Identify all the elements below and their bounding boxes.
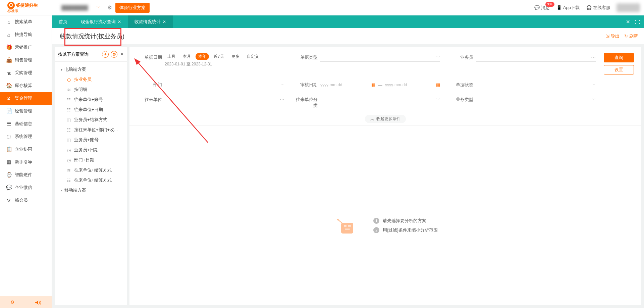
tab-1[interactable]: 现金银行流水查询✕	[74, 15, 128, 28]
nav-icon: ☰	[6, 121, 11, 127]
org-selector[interactable]: ████████	[56, 5, 93, 10]
settings-button[interactable]: 设置	[604, 65, 634, 74]
export-button[interactable]: ⇲导出	[606, 33, 620, 39]
svg-rect-0	[341, 223, 353, 234]
support-button[interactable]: 🎧 在线客服	[586, 5, 610, 11]
scheme-item-0-10[interactable]: ☷往来单位+结算方式	[55, 175, 127, 185]
brand-block: 畅捷通好生 标准版	[4, 2, 56, 13]
biz-type-select[interactable]: ﹀	[476, 95, 596, 104]
collapse-filters-button[interactable]: ︽ 收起更多条件	[365, 115, 406, 123]
nav-icon: 📋	[6, 146, 11, 152]
scheme-item-0-1[interactable]: ≋按明细	[55, 85, 127, 95]
chevron-down-icon[interactable]: ﹀	[97, 5, 101, 10]
scheme-tree: ▾电脑端方案◷按业务员≋按明细☷往来单位+账号☷往来单位+日期◫业务员+结算方式…	[55, 62, 127, 198]
doc-type-select[interactable]: ﹀	[320, 53, 440, 62]
scheme-item-label: 按明细	[74, 87, 87, 93]
sidebar-item-8[interactable]: ☰基础信息	[0, 117, 52, 130]
headset-icon: 🎧	[586, 5, 592, 10]
scheme-item-label: 部门+日期	[74, 157, 94, 163]
scheme-item-0-4[interactable]: ◫业务员+结算方式	[55, 115, 127, 125]
partner-select[interactable]	[165, 95, 284, 104]
sidebar-item-13[interactable]: 💬企业微信	[0, 181, 52, 194]
refresh-icon: ↻	[624, 34, 628, 39]
expand-icon[interactable]: ⛶	[635, 19, 640, 25]
date-chip-2[interactable]: 本年	[196, 53, 209, 60]
phone-icon: 📱	[556, 5, 562, 10]
sidebar-item-2[interactable]: 🎁营销推广	[0, 41, 52, 54]
empty-step-2: 2用[过滤]条件来缩小分析范围	[373, 227, 437, 233]
tab-label: 首页	[59, 19, 67, 25]
sidebar-item-6[interactable]: ¥资金管理	[0, 92, 52, 105]
scheme-item-label: 往来单位+结算方式	[74, 177, 112, 183]
sidebar-item-1[interactable]: ⌂快捷导航	[0, 28, 52, 41]
scheme-item-0-9[interactable]: ≋往来单位+结算方式	[55, 165, 127, 175]
scheme-item-icon: ☷	[66, 97, 71, 102]
tab-2[interactable]: 收款情况统计✕	[128, 15, 173, 28]
sidebar-item-12[interactable]: ⌚智能硬件	[0, 168, 52, 181]
messages-button[interactable]: 💬 消息 99+	[534, 5, 550, 11]
salesman-select[interactable]	[476, 53, 596, 62]
sidebar-item-5[interactable]: 🏠库存核算	[0, 79, 52, 92]
date-chip-3[interactable]: 近7天	[211, 53, 227, 60]
sidebar-item-7[interactable]: 📄经营管理	[0, 105, 52, 117]
scheme-settings-button[interactable]: ⚙	[111, 51, 117, 58]
tab-close-icon[interactable]: ✕	[163, 19, 166, 24]
scheme-item-0-2[interactable]: ☷往来单位+账号	[55, 95, 127, 105]
tab-0[interactable]: 首页	[52, 15, 74, 28]
scheme-item-icon: ◫	[66, 117, 71, 122]
sidebar-item-9[interactable]: ◌系统管理	[0, 130, 52, 143]
date-chip-5[interactable]: 自定义	[244, 53, 262, 60]
add-scheme-button[interactable]: +	[102, 51, 109, 58]
scheme-item-0-8[interactable]: ◷部门+日期	[55, 155, 127, 165]
scheme-group-0[interactable]: ▾电脑端方案	[55, 64, 127, 74]
nav-icon: 🎁	[6, 44, 11, 50]
refresh-button[interactable]: ↻刷新	[624, 33, 638, 39]
sidebar-item-14[interactable]: V畅会员	[0, 194, 52, 207]
scheme-item-icon: ◷	[66, 148, 71, 153]
nav-label: 快捷导航	[15, 32, 32, 38]
dept-select[interactable]: ﹀	[165, 81, 284, 89]
collapse-sidebar-icon[interactable]: ◀))	[35, 300, 41, 305]
audit-date-to[interactable]: yyyy-mm-dd▦	[385, 81, 440, 89]
query-button[interactable]: 查询	[604, 53, 634, 62]
sidebar-item-10[interactable]: 📋企业协同	[0, 143, 52, 156]
nav-icon: 👜	[6, 57, 11, 63]
scheme-item-label: 往来单位+账号	[74, 97, 103, 103]
scheme-item-icon: ≋	[66, 168, 71, 173]
date-chip-0[interactable]: 上月	[165, 53, 178, 60]
scheme-item-0-5[interactable]: ☷按往来单位+部门+收...	[55, 125, 127, 135]
svg-point-5	[337, 219, 339, 220]
close-icon[interactable]: ✕	[626, 19, 630, 25]
avatar[interactable]	[616, 3, 640, 12]
filter-salesman: 业务员	[448, 53, 596, 62]
scheme-item-icon: ◷	[66, 77, 71, 82]
page-header: 收款情况统计(按业务员) ⇲导出 ↻刷新	[52, 28, 644, 44]
scheme-group-1[interactable]: ▸移动端方案	[55, 185, 127, 195]
sidebar-item-4[interactable]: 🛍采购管理	[0, 66, 52, 79]
partner-category-select[interactable]: ﹀	[320, 95, 440, 104]
scheme-item-0-7[interactable]: ◷业务员+日期	[55, 145, 127, 155]
nav-label: 采购管理	[15, 70, 32, 76]
scheme-item-0-6[interactable]: ◫业务员+账号	[55, 135, 127, 145]
date-chip-4[interactable]: 更多	[229, 53, 242, 60]
tabbar: 首页现金银行流水查询✕收款情况统计✕ ✕ ⛶	[52, 15, 644, 28]
filter-doc-date: 单据日期 上月本月本年近7天更多自定义 2023-01-01 至 2023-12…	[137, 53, 284, 67]
scheme-item-0-3[interactable]: ☷往来单位+日期	[55, 105, 127, 115]
audit-date-from[interactable]: yyyy-mm-dd▦	[320, 81, 375, 89]
date-range-text: 2023-01-01 至 2023-12-31	[165, 61, 284, 67]
gear-icon[interactable]: ⚙	[107, 4, 112, 11]
sidebar-item-0[interactable]: ⌕搜索菜单	[0, 15, 52, 28]
scheme-item-0-0[interactable]: ◷按业务员	[55, 74, 127, 85]
sidebar-item-11[interactable]: ▦新手引导	[0, 156, 52, 168]
app-download-button[interactable]: 📱 App下载	[556, 5, 580, 11]
date-chip-1[interactable]: 本月	[180, 53, 194, 60]
scheme-item-label: 按往来单位+部门+收...	[74, 127, 118, 133]
settings-gear-icon[interactable]: ⚙	[10, 300, 14, 305]
sidebar-item-3[interactable]: 👜销售管理	[0, 54, 52, 66]
doc-status-select[interactable]: ﹀	[476, 81, 596, 89]
empty-step-1: 1请先选择要分析的方案	[373, 218, 437, 224]
nav-icon: 📄	[6, 108, 11, 114]
collapse-panel-icon[interactable]: «	[121, 51, 123, 58]
experience-button[interactable]: 体验行业方案	[115, 3, 150, 13]
tab-close-icon[interactable]: ✕	[118, 19, 121, 24]
